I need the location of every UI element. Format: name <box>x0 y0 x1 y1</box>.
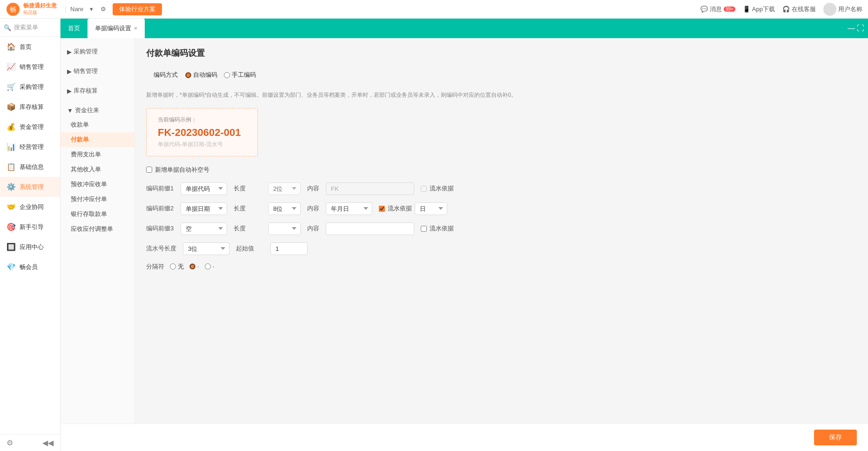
sidebar-item-label: 经营管理 <box>20 143 44 151</box>
sidebar-item-operation[interactable]: 📊 经营管理 <box>0 137 60 157</box>
sep-dot2[interactable]: · <box>205 263 215 270</box>
tab-active-label: 单据编码设置 <box>95 24 131 33</box>
radio-auto-input[interactable] <box>185 72 191 78</box>
sub-menu: ▶ 采购管理 ▶ 销售管理 ▶ 库存核算 <box>61 38 135 424</box>
search-label: 搜索菜单 <box>14 23 38 32</box>
form-row-2: 编码前缀2 单据日期 长度 8位 内容 年月日 流水依据 <box>146 202 857 215</box>
apps-icon: 🔲 <box>7 242 16 251</box>
start-value-label: 起始值 <box>236 244 264 253</box>
page-title: 付款单编码设置 <box>146 47 857 59</box>
operation-icon: 📊 <box>7 142 16 151</box>
liushui3-label: 流水依据 <box>430 224 454 233</box>
liushui1-checkbox <box>421 186 427 192</box>
submenu-item-receipt[interactable]: 收款单 <box>61 117 135 132</box>
sep-dot-radio[interactable] <box>189 263 195 269</box>
logo-icon: 畅 <box>6 2 20 17</box>
submenu-title-capital[interactable]: ▼ 资金往来 <box>61 103 135 117</box>
arrow-right-icon: ▶ <box>67 68 72 75</box>
submenu-item-bank[interactable]: 银行存取款单 <box>61 207 135 222</box>
info-text: 新增单据时，*单据编码*自动生成，不可编辑。前缀设置为部门、业务员等档案类，开单… <box>146 90 857 101</box>
app-download-btn[interactable]: 📱 App下载 <box>743 5 775 13</box>
sidebar-item-sales[interactable]: 📈 销售管理 <box>0 57 60 77</box>
content2-select[interactable]: 年月日 <box>326 202 372 215</box>
tab-home-label: 首页 <box>68 24 80 33</box>
radio-manual[interactable]: 手工编码 <box>224 71 256 79</box>
minimize-btn[interactable]: — <box>848 24 855 33</box>
topbar: 畅 畅捷通好生意 拓品版 Nare ▾ ⚙ 体验行业方案 💬 消息 99+ 📱 … <box>0 0 868 19</box>
submenu-title-sales[interactable]: ▶ 销售管理 <box>61 64 135 78</box>
settings-bottom-btn[interactable]: ⚙ <box>7 438 13 447</box>
liushui2-checkbox[interactable] <box>379 206 385 212</box>
sidebar-item-label: 销售管理 <box>20 63 44 71</box>
submenu-group-label: 资金往来 <box>75 106 99 114</box>
sidebar-item-system[interactable]: ⚙️ 系统管理 <box>0 177 60 197</box>
collapse-btn[interactable]: ◀◀ <box>42 438 54 447</box>
sidebar-item-basic[interactable]: 📋 基础信息 <box>0 157 60 177</box>
tab-close-btn[interactable]: × <box>134 25 137 32</box>
sidebar-item-enterprise[interactable]: 🤝 企业协同 <box>0 197 60 217</box>
main-container: 🔍 搜索菜单 🏠 首页 📈 销售管理 🛒 采购管理 📦 库存核算 💰 <box>0 19 868 451</box>
liushui-length-select[interactable]: 3位 <box>183 242 229 255</box>
sidebar-item-inventory[interactable]: 📦 库存核算 <box>0 97 60 117</box>
message-btn[interactable]: 💬 消息 99+ <box>700 5 735 13</box>
liushui3-checkbox[interactable] <box>421 226 427 232</box>
sidebar-item-purchase[interactable]: 🛒 采购管理 <box>0 77 60 97</box>
sidebar-nav: 🏠 首页 📈 销售管理 🛒 采购管理 📦 库存核算 💰 资金管理 📊 经 <box>0 37 60 434</box>
content1-label: 内容 <box>307 184 319 193</box>
maximize-btn[interactable]: ⛶ <box>857 24 864 33</box>
prefix3-select[interactable]: 空 <box>181 222 227 235</box>
topbar-right: 💬 消息 99+ 📱 App下载 🎧 在线客服 用户名称 <box>700 3 862 16</box>
submenu-group-capital: ▼ 资金往来 收款单 付款单 费用支出单 其他收入单 预收冲应收单 预付冲应付单… <box>61 101 135 239</box>
tab-home[interactable]: 首页 <box>61 19 87 38</box>
service-icon: 🎧 <box>782 6 790 13</box>
sep-dot[interactable]: · <box>189 263 199 270</box>
content2-label: 内容 <box>307 204 319 213</box>
sep-none[interactable]: 无 <box>170 263 184 271</box>
submenu-group-label: 销售管理 <box>74 67 98 75</box>
liushui2-unit-select[interactable]: 日 <box>415 202 447 215</box>
radio-auto[interactable]: 自动编码 <box>185 71 217 79</box>
trial-button[interactable]: 体验行业方案 <box>113 3 162 15</box>
submenu-item-prepay-ar[interactable]: 预收冲应收单 <box>61 177 135 192</box>
length2-select[interactable]: 8位 <box>268 202 301 215</box>
tab-encode-settings[interactable]: 单据编码设置 × <box>87 19 145 38</box>
sales-icon: 📈 <box>7 62 16 71</box>
submenu-item-expense[interactable]: 费用支出单 <box>61 147 135 162</box>
liushui3-check: 流水依据 <box>421 224 454 233</box>
prefix1-select[interactable]: 单据代码 <box>181 182 227 195</box>
sidebar-search[interactable]: 🔍 搜索菜单 <box>0 19 60 37</box>
sidebar-item-capital[interactable]: 💰 资金管理 <box>0 117 60 137</box>
sep-none-radio[interactable] <box>170 263 176 269</box>
radio-group-encode: 自动编码 手工编码 <box>185 71 256 79</box>
avatar <box>823 3 836 16</box>
content3-input[interactable] <box>326 222 414 235</box>
prefix2-select[interactable]: 单据日期 <box>181 202 227 215</box>
sidebar-item-member[interactable]: 💎 畅会员 <box>0 257 60 277</box>
member-icon: 💎 <box>7 263 16 271</box>
sidebar-item-label: 基础信息 <box>20 163 44 171</box>
sidebar-item-label: 库存核算 <box>20 103 44 111</box>
submenu-item-payment[interactable]: 付款单 <box>61 132 135 147</box>
submenu-title-inventory[interactable]: ▶ 库存核算 <box>61 84 135 98</box>
sidebar-item-home[interactable]: 🏠 首页 <box>0 37 60 57</box>
start-value-input[interactable] <box>270 242 308 255</box>
online-service-btn[interactable]: 🎧 在线客服 <box>782 5 816 13</box>
sep-dot2-radio[interactable] <box>205 263 211 269</box>
auto-fill-checkbox[interactable] <box>146 167 152 173</box>
settings-btn[interactable]: ⚙ <box>98 5 109 13</box>
save-button[interactable]: 保存 <box>814 430 857 445</box>
home-icon: 🏠 <box>7 42 16 51</box>
submenu-item-other-income[interactable]: 其他收入单 <box>61 162 135 177</box>
submenu-item-adjust[interactable]: 应收应付调整单 <box>61 222 135 236</box>
submenu-item-prepay-ap[interactable]: 预付冲应付单 <box>61 192 135 207</box>
radio-manual-input[interactable] <box>224 72 230 78</box>
length3-select[interactable] <box>268 222 301 235</box>
dropdown-btn[interactable]: ▾ <box>87 5 96 13</box>
sidebar-item-apps[interactable]: 🔲 应用中心 <box>0 237 60 257</box>
tab-bar-right: — ⛶ <box>848 24 868 33</box>
search-icon: 🔍 <box>4 24 11 31</box>
sidebar-item-guide[interactable]: 🎯 新手引导 <box>0 217 60 237</box>
user-avatar[interactable]: 用户名称 <box>823 3 862 16</box>
inventory-icon: 📦 <box>7 102 16 111</box>
submenu-title-purchase[interactable]: ▶ 采购管理 <box>61 45 135 59</box>
